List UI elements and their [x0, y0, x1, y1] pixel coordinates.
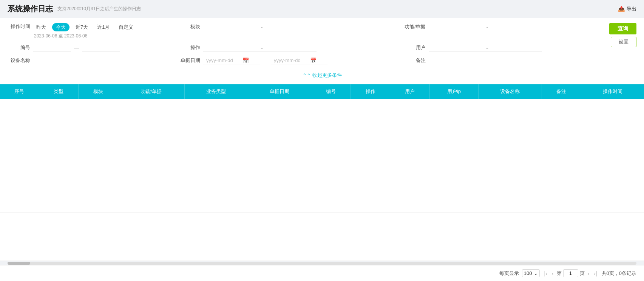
scrollbar-thumb	[8, 262, 30, 265]
remark-input[interactable]	[429, 57, 523, 64]
time-btn-today[interactable]: 今天	[52, 23, 69, 31]
time-range-text: 2023-06-06 至 2023-06-06	[34, 33, 136, 39]
time-btn-7days[interactable]: 近7天	[73, 23, 91, 31]
table-header-cell: 用户ip	[429, 84, 478, 99]
table-header-cell: 序号	[0, 84, 39, 99]
page-suffix-label: 页	[580, 270, 585, 277]
page-size-value: 100	[524, 270, 532, 276]
func-label: 功能/单据	[399, 23, 426, 30]
date-end-input[interactable]	[272, 57, 310, 64]
table-header-cell: 单据日期	[248, 84, 311, 99]
date-separator: —	[263, 58, 268, 64]
table-header-cell: 类型	[39, 84, 78, 99]
export-button[interactable]: 📤 导出	[618, 6, 636, 12]
query-button[interactable]: 查询	[609, 23, 636, 34]
date-label: 单据日期	[174, 57, 200, 64]
number-input-end[interactable]	[82, 44, 120, 51]
operation-select[interactable]: ⌄	[203, 44, 317, 51]
time-btn-custom[interactable]: 自定义	[116, 23, 136, 31]
time-label: 操作时间	[8, 23, 30, 30]
table-header-cell: 设备名称	[478, 84, 542, 99]
horizontal-scrollbar[interactable]	[0, 261, 644, 265]
module-chevron-icon: ⌄	[260, 24, 315, 29]
page-number-input[interactable]: 1	[563, 269, 578, 277]
operation-label: 操作	[174, 44, 200, 51]
collapse-icon: ⌃⌃	[303, 73, 311, 78]
time-btn-yesterday[interactable]: 昨天	[33, 23, 49, 31]
module-select[interactable]: ⌄	[203, 23, 317, 30]
table-header-cell: 操作时间	[581, 84, 644, 99]
table-header-cell: 编号	[311, 84, 351, 99]
user-chevron-icon: ⌄	[485, 45, 541, 50]
table-header-cell: 用户	[390, 84, 429, 99]
prev-page-button[interactable]: ‹	[550, 270, 555, 277]
device-label: 设备名称	[8, 57, 30, 64]
collapse-button[interactable]: ⌃⌃ 收起更多条件	[303, 72, 342, 79]
data-table: 序号类型模块功能/单据业务类型单据日期编号操作用户用户ip设备名称备注操作时间	[0, 84, 644, 213]
func-select[interactable]: ⌄	[429, 23, 542, 30]
export-icon: 📤	[618, 6, 625, 12]
date-end-wrap: 📅	[271, 56, 327, 65]
page-size-chevron-icon: ⌄	[534, 270, 538, 276]
date-start-input[interactable]	[205, 57, 242, 64]
table-header-cell: 模块	[79, 84, 118, 99]
pagination-bar: 每页显示 100 ⌄ |‹ ‹ 第 1 页 › ›| 共0页，0条记录	[0, 265, 644, 281]
operation-chevron-icon: ⌄	[260, 45, 315, 50]
filter-actions: 查询 设置	[609, 23, 636, 47]
user-select[interactable]: ⌄	[429, 44, 542, 51]
export-label: 导出	[627, 6, 636, 12]
table-header-cell: 业务类型	[185, 84, 248, 99]
func-chevron-icon: ⌄	[485, 24, 541, 29]
filter-area: 操作时间 昨天 今天 近7天 近1月 自定义 2023-06-06 至 2023…	[0, 18, 644, 84]
page-subtitle: 支持2020年10月31日之后产生的操作日志	[57, 6, 141, 12]
remark-label: 备注	[399, 57, 426, 64]
number-label: 编号	[8, 44, 30, 51]
user-label: 用户	[399, 44, 426, 51]
number-input-start[interactable]	[33, 44, 71, 51]
table-body	[0, 99, 644, 212]
time-btn-1month[interactable]: 近1月	[94, 23, 113, 31]
next-page-button[interactable]: ›	[586, 270, 591, 277]
page-prefix-label: 第	[557, 270, 562, 277]
settings-button[interactable]: 设置	[611, 37, 636, 47]
page-size-label: 每页显示	[499, 270, 519, 277]
empty-state	[0, 99, 644, 212]
calendar-end-icon[interactable]: 📅	[310, 57, 317, 64]
device-input[interactable]	[33, 57, 128, 64]
content-area: 序号类型模块功能/单据业务类型单据日期编号操作用户用户ip设备名称备注操作时间	[0, 84, 644, 261]
first-page-button[interactable]: |‹	[543, 270, 549, 277]
pagination-nav: |‹ ‹ 第 1 页 › ›|	[543, 269, 599, 277]
collapse-label: 收起更多条件	[312, 72, 342, 79]
table-header-row: 序号类型模块功能/单据业务类型单据日期编号操作用户用户ip设备名称备注操作时间	[0, 84, 644, 99]
last-page-button[interactable]: ›|	[592, 270, 598, 277]
number-separator: —	[74, 45, 79, 51]
page-title: 系统操作日志	[8, 4, 53, 14]
scrollbar-track	[8, 262, 636, 265]
module-label: 模块	[174, 23, 200, 30]
total-records-text: 共0页，0条记录	[602, 270, 636, 277]
page-size-select[interactable]: 100 ⌄	[522, 269, 540, 277]
date-start-wrap: 📅	[203, 56, 260, 65]
calendar-start-icon[interactable]: 📅	[242, 57, 249, 64]
table-header-cell: 操作	[351, 84, 390, 99]
table-header-cell: 功能/单据	[118, 84, 184, 99]
table-header-cell: 备注	[542, 84, 581, 99]
